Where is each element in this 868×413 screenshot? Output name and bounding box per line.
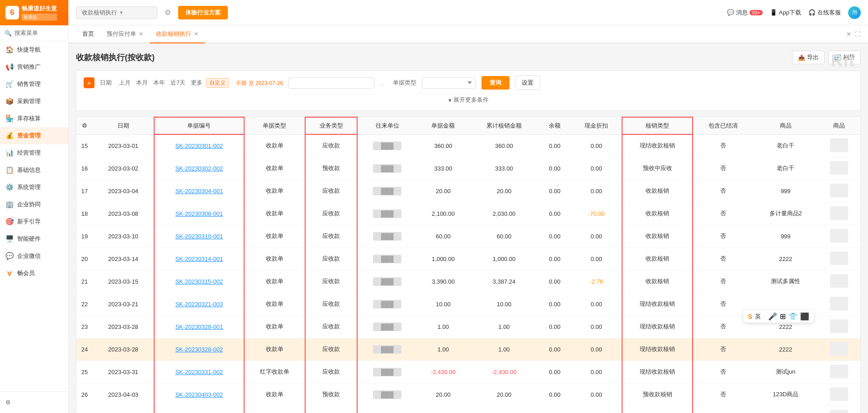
table-row[interactable]: 152023-03-01SK-20230301-002收款单应收款███360.… [76, 134, 860, 157]
shirt-icon[interactable]: 👕 [788, 312, 797, 321]
cell-bill-no[interactable]: SK-20230331-002 [154, 361, 244, 383]
table-row[interactable]: 222023-03-21SK-20230321-003收款单应收款███10.0… [76, 293, 860, 315]
sidebar-item-marketing[interactable]: 📢 营销推广 [0, 58, 68, 76]
tab-close-all-icon[interactable]: ✕ [846, 31, 851, 38]
cell-bill-no[interactable]: SK-20230315-002 [154, 270, 244, 293]
cell-bill-type: 收款单 [244, 406, 305, 413]
sidebar-item-wechat[interactable]: 💬 企业微信 [0, 247, 68, 265]
cell-bill-no[interactable]: SK-20230301-002 [154, 134, 244, 157]
sidebar-settings[interactable]: ⚙ [0, 395, 68, 409]
table-row[interactable]: 162023-03-02SK-20230302-002收款单预收款███333.… [76, 157, 860, 180]
headset-icon: 🎧 [808, 9, 816, 16]
query-btn[interactable]: 查询 [481, 76, 509, 90]
mic-icon[interactable]: 🎤 [768, 312, 777, 321]
expand-more-btn[interactable]: ▾ 展开更多条件 [84, 94, 853, 106]
sidebar-item-finance[interactable]: 💰 资金管理 [0, 127, 68, 144]
sidebar-item-member[interactable]: V 畅会员 [0, 265, 68, 282]
sidebar-item-basic[interactable]: 📋 基础信息 [0, 161, 68, 179]
export-btn[interactable]: 📤 导出 [792, 51, 825, 64]
filter-this-year[interactable]: 本年 [151, 78, 167, 88]
tab-prepay-label: 预付应付单 [107, 30, 136, 38]
industry-btn[interactable]: 体验行业方案 [178, 6, 228, 19]
filter-custom-btn[interactable]: 自定义 [206, 78, 229, 88]
cell-bill-no[interactable]: SK-20230314-001 [154, 247, 244, 270]
table-row[interactable]: 252023-03-31SK-20230331-002红字收款单应收款███-2… [76, 361, 860, 383]
cell-bill-no[interactable]: SK-20230308-001 [154, 202, 244, 225]
cell-partner: ███ [357, 157, 417, 180]
sidebar-item-operations[interactable]: 📊 经营管理 [0, 144, 68, 161]
tab-collection-close[interactable]: ✕ [194, 31, 198, 37]
filter-last-month[interactable]: 上月 [117, 78, 132, 88]
breadcrumb[interactable]: 收款核销执行 ▾ [76, 6, 157, 19]
cell-bill-no[interactable]: SK-20230321-003 [154, 293, 244, 315]
user-avatar[interactable]: 用 [848, 6, 861, 19]
sidebar-item-inventory[interactable]: 🏪 库存核算 [0, 110, 68, 127]
tab-home[interactable]: 首页 [76, 25, 100, 43]
sidebar-item-quick-nav[interactable]: 🏠 快捷导航 [0, 41, 68, 58]
filter-7days[interactable]: 近7天 [169, 78, 187, 88]
col-balance: 余额 [538, 117, 571, 134]
table-row[interactable]: 272023-04-08SK-20230408-001收款单应收款███100.… [76, 406, 860, 413]
grid-icon[interactable]: ⊞ [780, 312, 786, 321]
notification-btn[interactable]: 💬 消息 99+ [727, 9, 763, 17]
apps-icon[interactable]: ⬛ [800, 312, 809, 321]
refresh-btn[interactable]: 🔄 刷新 [828, 51, 861, 64]
sidebar-item-enterprise[interactable]: 🏢 企业协同 [0, 196, 68, 213]
sidebar-item-sales[interactable]: 🛒 销售管理 [0, 76, 68, 93]
filter-this-month[interactable]: 本月 [134, 78, 150, 88]
cell-discount: 0.00 [571, 338, 623, 361]
sidebar-item-purchase[interactable]: 📦 采购管理 [0, 93, 68, 110]
col-write-off: 累计核销金额 [470, 117, 539, 134]
app-download-label: App下载 [779, 9, 801, 17]
table-row[interactable]: 212023-03-15SK-20230315-002收款单应收款███3,39… [76, 270, 860, 293]
cell-bill-no[interactable]: SK-20230328-001 [154, 315, 244, 338]
settings-btn[interactable]: 设置 [515, 76, 540, 90]
tab-prepay[interactable]: 预付应付单 ✕ [100, 25, 150, 43]
cell-biz-type: 应收款 [305, 225, 357, 247]
cell-bill-no[interactable]: SK-20230304-001 [154, 180, 244, 202]
cell-write-off-type: 现结收款核销 [622, 293, 693, 315]
online-service-btn[interactable]: 🎧 在线客服 [808, 9, 841, 17]
bill-type-select[interactable] [422, 77, 476, 89]
partner-input[interactable] [288, 77, 374, 89]
tab-collection[interactable]: 收款核销执行 ✕ [150, 25, 205, 43]
sidebar-item-guide[interactable]: 🎯 新手引导 [0, 213, 68, 230]
table-row[interactable]: 182023-03-08SK-20230308-001收款单应收款███2,10… [76, 202, 860, 225]
table-row[interactable]: 192023-03-10SK-20230310-001收款单应收款███60.0… [76, 225, 860, 247]
search-icon: 🔍 [5, 30, 12, 37]
app-download-btn[interactable]: 📱 App下载 [770, 9, 801, 17]
cell-include-cleared: 否 [693, 157, 753, 180]
cell-bill-no[interactable]: SK-20230403-002 [154, 383, 244, 406]
cell-biz-type: 预收款 [305, 157, 357, 180]
topbar: 收款核销执行 ▾ ⚙ 体验行业方案 💬 消息 99+ 📱 App下载 🎧 在线客… [69, 0, 868, 25]
tabbar-actions: ✕ ⛶ [846, 31, 861, 38]
filter-toggle-btn[interactable]: » [84, 77, 94, 88]
breadcrumb-text: 收款核销执行 [82, 9, 117, 17]
cell-bill-no[interactable]: SK-20230310-001 [154, 225, 244, 247]
settings-icon[interactable]: ⚙ [163, 6, 173, 19]
sidebar-search[interactable]: 🔍 搜索菜单 [0, 25, 68, 41]
sidebar-item-hardware[interactable]: 🖥️ 智能硬件 [0, 230, 68, 247]
tab-prepay-close[interactable]: ✕ [139, 31, 143, 37]
table-row[interactable]: 232023-03-28SK-20230328-001收款单应收款███1.00… [76, 315, 860, 338]
tab-expand-icon[interactable]: ⛶ [855, 31, 861, 38]
cell-include-cleared: 否 [693, 202, 753, 225]
table-row[interactable]: 242023-03-28SK-20230328-002收款单应收款███1.00… [76, 338, 860, 361]
purchase-icon: 📦 [5, 97, 14, 105]
logo-name: 畅康道好生意 [22, 5, 57, 13]
system-icon: ⚙️ [5, 183, 14, 191]
cell-partner: ███ [357, 225, 417, 247]
col-settings[interactable]: ⚙ [76, 117, 93, 134]
sidebar-item-system[interactable]: ⚙️ 系统管理 [0, 179, 68, 196]
cell-include-cleared: 否 [693, 270, 753, 293]
cell-biz-type: 应收款 [305, 361, 357, 383]
cell-bill-type: 收款单 [244, 270, 305, 293]
cell-write-off: 60.00 [470, 225, 539, 247]
table-row[interactable]: 262023-04-03SK-20230403-002收款单预收款███20.0… [76, 383, 860, 406]
cell-bill-no[interactable]: SK-20230302-002 [154, 157, 244, 180]
table-row[interactable]: 202023-03-14SK-20230314-001收款单应收款███1,00… [76, 247, 860, 270]
cell-bill-no[interactable]: SK-20230408-001 [154, 406, 244, 413]
cell-bill-no[interactable]: SK-20230328-002 [154, 338, 244, 361]
table-row[interactable]: 172023-03-04SK-20230304-001收款单应收款███20.0… [76, 180, 860, 202]
filter-more[interactable]: 更多 [189, 78, 204, 88]
